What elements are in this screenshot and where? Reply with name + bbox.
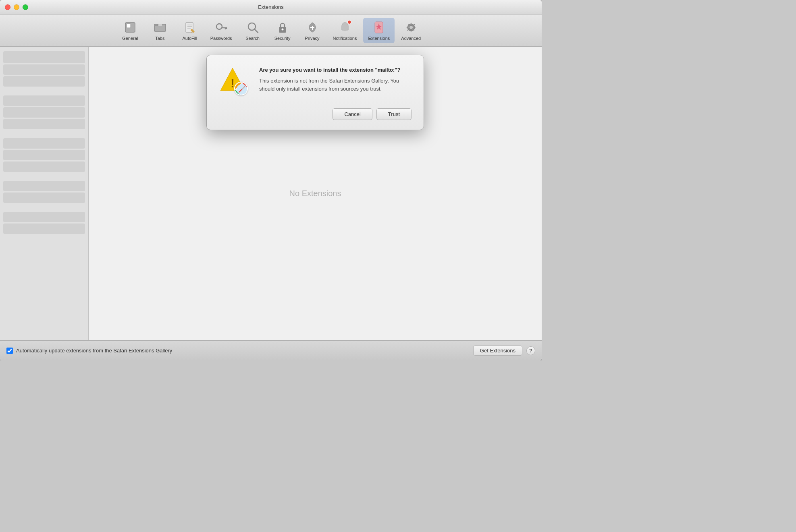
- sidebar: [0, 47, 89, 340]
- toolbar: General Tabs: [0, 14, 542, 47]
- privacy-icon: [305, 20, 320, 35]
- modal-text-content: Are you sure you want to install the ext…: [259, 66, 412, 99]
- svg-rect-22: [342, 29, 348, 31]
- toolbar-item-extensions[interactable]: Extensions: [363, 18, 395, 43]
- bottom-bar: Automatically update extensions from the…: [0, 340, 542, 360]
- title-bar: Extensions: [0, 0, 542, 14]
- warning-icon-container: !: [219, 66, 251, 99]
- modal-description: This extension is not from the Safari Ex…: [259, 77, 412, 93]
- sidebar-row-3: [3, 76, 85, 87]
- svg-rect-3: [154, 24, 158, 26]
- sidebar-row-12: [3, 212, 85, 222]
- tabs-label: Tabs: [155, 36, 164, 41]
- sidebar-row-2: [3, 64, 85, 75]
- advanced-icon: [404, 20, 418, 35]
- sidebar-row-7: [3, 138, 85, 149]
- traffic-lights: [5, 4, 28, 10]
- toolbar-item-autofill[interactable]: AutoFill: [176, 18, 204, 43]
- main-content: No Extensions !: [0, 47, 542, 340]
- toolbar-item-search[interactable]: Search: [239, 18, 267, 43]
- autofill-label: AutoFill: [182, 36, 197, 41]
- auto-update-checkbox[interactable]: [6, 348, 13, 354]
- sidebar-row-9: [3, 161, 85, 172]
- help-button[interactable]: ?: [526, 346, 535, 355]
- search-icon: [245, 20, 260, 35]
- get-extensions-button[interactable]: Get Extensions: [473, 346, 522, 356]
- svg-rect-5: [158, 24, 162, 26]
- sidebar-row-11: [3, 193, 85, 203]
- modal-body: !: [219, 66, 412, 99]
- security-label: Security: [274, 36, 291, 41]
- modal-overlay: !: [89, 47, 542, 340]
- svg-point-12: [216, 24, 222, 29]
- general-label: General: [122, 36, 138, 41]
- extensions-label: Extensions: [368, 36, 390, 41]
- autofill-icon: [183, 20, 197, 35]
- passwords-label: Passwords: [210, 36, 232, 41]
- sidebar-row-10: [3, 181, 85, 191]
- extensions-icon: [372, 20, 386, 35]
- toolbar-item-general[interactable]: General: [116, 18, 144, 43]
- notifications-icon: [338, 20, 352, 35]
- auto-update-label: Automatically update extensions from the…: [16, 348, 473, 354]
- svg-point-28: [409, 26, 413, 29]
- notifications-label: Notifications: [333, 36, 357, 41]
- close-button[interactable]: [5, 4, 10, 10]
- privacy-label: Privacy: [305, 36, 320, 41]
- tabs-icon: [153, 20, 167, 35]
- safari-badge: [234, 82, 248, 95]
- toolbar-item-notifications[interactable]: Notifications: [328, 18, 362, 43]
- svg-point-19: [281, 29, 283, 31]
- security-icon: [275, 20, 290, 35]
- svg-rect-1: [127, 24, 131, 28]
- general-icon: [123, 20, 137, 35]
- sidebar-row-6: [3, 119, 85, 129]
- sidebar-row-5: [3, 107, 85, 118]
- minimize-button[interactable]: [14, 4, 19, 10]
- main-window: Extensions General Tabs: [0, 0, 542, 360]
- svg-line-17: [255, 29, 258, 33]
- cancel-button[interactable]: Cancel: [333, 108, 372, 120]
- sidebar-row-1: [3, 51, 85, 63]
- modal-title: Are you sure you want to install the ext…: [259, 66, 412, 74]
- maximize-button[interactable]: [23, 4, 28, 10]
- toolbar-item-advanced[interactable]: Advanced: [396, 18, 426, 43]
- toolbar-item-passwords[interactable]: Passwords: [206, 18, 237, 43]
- window-title: Extensions: [258, 4, 284, 10]
- advanced-label: Advanced: [401, 36, 421, 41]
- sidebar-row-13: [3, 224, 85, 234]
- sidebar-row-8: [3, 150, 85, 160]
- passwords-icon: [214, 20, 229, 35]
- install-extension-dialog: !: [206, 55, 424, 130]
- toolbar-item-security[interactable]: Security: [268, 18, 297, 43]
- search-label: Search: [245, 36, 260, 41]
- sidebar-row-4: [3, 95, 85, 106]
- modal-buttons: Cancel Trust: [219, 108, 412, 120]
- trust-button[interactable]: Trust: [376, 108, 412, 120]
- toolbar-item-tabs[interactable]: Tabs: [146, 18, 174, 43]
- extensions-panel: No Extensions !: [89, 47, 542, 340]
- toolbar-item-privacy[interactable]: Privacy: [298, 18, 326, 43]
